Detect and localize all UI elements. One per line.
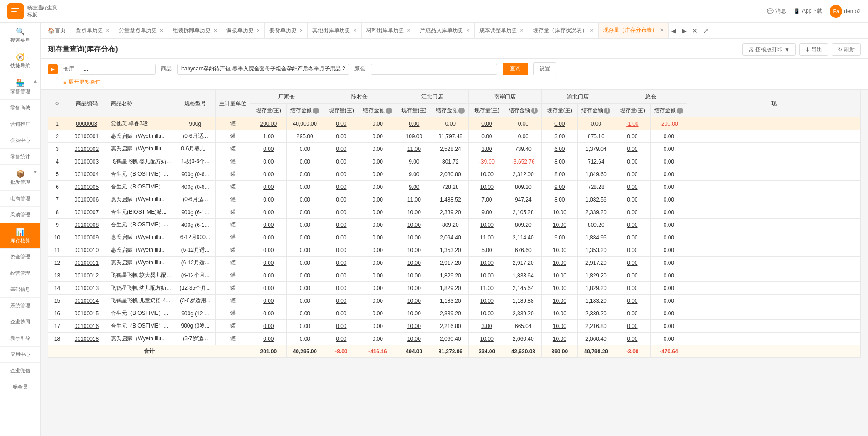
stock-link[interactable]: 3.00 — [481, 146, 492, 152]
stock-link[interactable]: 9.00 — [409, 184, 419, 190]
stock-link[interactable]: 10.00 — [407, 234, 421, 241]
stock-link[interactable]: 10.00 — [553, 285, 566, 291]
code-link[interactable]: 00100009 — [75, 234, 99, 241]
expand-more-btn[interactable]: ≡ 展开更多条件 — [63, 78, 861, 86]
stock-link[interactable]: 10.00 — [553, 260, 566, 266]
stock-link[interactable]: 10.00 — [407, 272, 421, 279]
stock-link[interactable]: 0.00 — [554, 121, 565, 127]
stock-link[interactable]: 0.00 — [627, 260, 637, 266]
stock-link[interactable]: 0.00 — [263, 184, 274, 190]
stock-link[interactable]: 0.00 — [627, 159, 637, 165]
stock-link[interactable]: 0.00 — [627, 133, 637, 140]
stock-link[interactable]: 11.00 — [480, 285, 494, 291]
stock-link[interactable]: 0.00 — [336, 133, 346, 140]
stock-link[interactable]: 5.00 — [481, 247, 492, 253]
stock-link[interactable]: 10.00 — [407, 209, 421, 216]
stock-link[interactable]: 0.00 — [336, 285, 346, 291]
sidebar-item-basic-info[interactable]: 基础信息 — [0, 281, 40, 298]
stock-link[interactable]: 10.00 — [480, 222, 494, 228]
stock-link[interactable]: 0.00 — [263, 159, 274, 165]
stock-link[interactable]: 0.00 — [336, 260, 346, 266]
stock-link[interactable]: 0.00 — [263, 336, 274, 342]
code-link[interactable]: 00100003 — [75, 159, 99, 165]
tab-close-icon[interactable]: ✕ — [407, 28, 410, 33]
product-input[interactable] — [177, 64, 349, 75]
stock-link[interactable]: 10.00 — [480, 336, 494, 342]
stock-link[interactable]: 0.00 — [336, 234, 346, 241]
code-link[interactable]: 00100001 — [75, 133, 99, 140]
stock-link[interactable]: 10.00 — [480, 272, 494, 279]
tab-other-out[interactable]: 其他出库单历史 ✕ — [308, 23, 362, 39]
tab-next-btn[interactable]: ▶ — [679, 23, 689, 39]
stock-link[interactable]: 11.00 — [480, 234, 494, 241]
stock-link[interactable]: 0.00 — [627, 272, 637, 279]
stock-link[interactable]: 0.00 — [627, 222, 637, 228]
stock-link[interactable]: 0.00 — [336, 171, 346, 178]
stock-link[interactable]: 200.00 — [260, 121, 277, 127]
th-gear[interactable]: ⚙ — [48, 90, 66, 117]
tab-home[interactable]: 🏠 首页 — [42, 23, 71, 39]
stock-link[interactable]: 10.00 — [553, 336, 566, 342]
tab-close-icon[interactable]: ✕ — [106, 28, 109, 33]
stock-link[interactable]: 10.00 — [407, 298, 421, 304]
stock-link[interactable]: 7.00 — [481, 197, 492, 203]
code-link[interactable]: 00100010 — [75, 247, 99, 253]
stock-link[interactable]: 0.00 — [336, 209, 346, 216]
warehouse-input[interactable] — [80, 64, 156, 75]
tab-cost-adjust[interactable]: 成本调整单历史 ✕ — [475, 23, 528, 39]
stock-link[interactable]: 0.00 — [627, 298, 637, 304]
code-link[interactable]: 00100016 — [75, 323, 99, 329]
stock-link[interactable]: 10.00 — [480, 298, 494, 304]
sidebar-item-inventory[interactable]: 📊 库存核算 — [0, 223, 40, 249]
stock-link[interactable]: 0.00 — [409, 121, 419, 127]
sidebar-item-enterprise[interactable]: 企业协同 — [0, 314, 40, 330]
stock-link[interactable]: 0.00 — [336, 197, 346, 203]
stock-link[interactable]: 8.00 — [554, 197, 565, 203]
sidebar-item-marketing[interactable]: 营销推广 — [0, 116, 40, 132]
tab-close-icon[interactable]: ✕ — [256, 28, 260, 33]
tab-close-icon[interactable]: ✕ — [213, 28, 217, 33]
code-link[interactable]: 0000003 — [76, 121, 97, 127]
code-link[interactable]: 00100002 — [75, 146, 99, 152]
tab-material-out[interactable]: 材料出库单历史 ✕ — [362, 23, 415, 39]
stock-link[interactable]: 10.00 — [553, 209, 566, 216]
stock-link[interactable]: 9.00 — [554, 184, 565, 190]
stock-link[interactable]: 10.00 — [553, 222, 566, 228]
stock-link[interactable]: 10.00 — [480, 171, 494, 178]
sidebar-item-guide[interactable]: 新手引导 — [0, 330, 40, 347]
tab-product-in[interactable]: 产成品入库单历史 ✕ — [415, 23, 475, 39]
refresh-btn[interactable]: ↻ 刷新 — [832, 43, 861, 56]
sidebar-item-retail-mgmt[interactable]: 🏪 零售管理 ▲ — [0, 74, 40, 100]
stock-link[interactable]: 0.00 — [627, 285, 637, 291]
user-menu[interactable]: Ea demo2 — [830, 5, 861, 18]
sidebar-item-finance[interactable]: 资金管理 — [0, 249, 40, 265]
stock-link[interactable]: 10.00 — [480, 184, 494, 190]
stock-link[interactable]: 0.00 — [627, 323, 637, 329]
stock-link[interactable]: 0.00 — [263, 171, 274, 178]
sidebar-item-operations[interactable]: 经营管理 — [0, 265, 40, 281]
stock-link[interactable]: 9.00 — [409, 159, 419, 165]
stock-link[interactable]: 0.00 — [336, 222, 346, 228]
stock-link[interactable]: 0.00 — [481, 121, 492, 127]
stock-link[interactable]: 10.00 — [553, 298, 566, 304]
stock-link[interactable]: 0.00 — [336, 121, 346, 127]
stock-link[interactable]: 11.00 — [407, 197, 421, 203]
stock-link[interactable]: -39.00 — [479, 159, 495, 165]
stock-link[interactable]: 0.00 — [263, 323, 274, 329]
stock-link[interactable]: 10.00 — [407, 336, 421, 342]
stock-link[interactable]: 0.00 — [263, 222, 274, 228]
stock-link[interactable]: 0.00 — [627, 336, 637, 342]
stock-link[interactable]: 0.00 — [336, 146, 346, 152]
stock-link[interactable]: 0.00 — [263, 285, 274, 291]
tab-portion-check[interactable]: 分量盘点单历史 ✕ — [114, 23, 168, 39]
stock-link[interactable]: 0.00 — [627, 310, 637, 317]
stock-link[interactable]: 0.00 — [336, 247, 346, 253]
tab-close-icon[interactable]: ✕ — [520, 28, 524, 33]
stock-link[interactable]: 0.00 — [263, 197, 274, 203]
filter-collapse-btn[interactable]: ► — [48, 64, 58, 74]
code-link[interactable]: 00100012 — [75, 272, 99, 279]
stock-link[interactable]: 0.00 — [336, 159, 346, 165]
stock-link[interactable]: 10.00 — [480, 310, 494, 317]
sidebar-item-member[interactable]: 会员中心 — [0, 132, 40, 149]
color-input[interactable] — [371, 64, 497, 75]
